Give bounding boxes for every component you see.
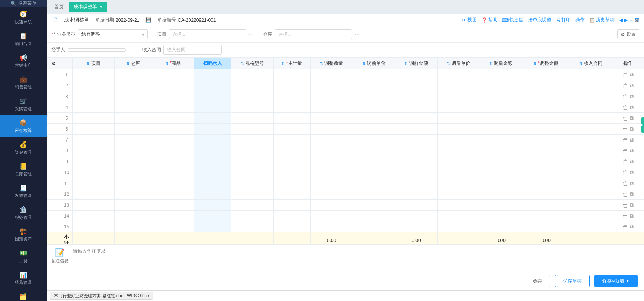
row-income-cell[interactable]: [570, 145, 612, 156]
row-after-price-cell[interactable]: [438, 221, 480, 232]
row-qty-cell[interactable]: [310, 80, 353, 91]
warehouse-dots[interactable]: ···: [355, 31, 360, 38]
handler-select[interactable]: [68, 48, 126, 52]
income-contract-dots[interactable]: ···: [224, 47, 229, 54]
sidebar-item-quick-nav[interactable]: 🧭 快速导航: [0, 7, 47, 28]
col-header-qty[interactable]: ⇅ 调整数量: [310, 58, 353, 69]
row-adjust-amount-cell[interactable]: [522, 189, 570, 200]
row-spec-cell[interactable]: [231, 113, 274, 124]
row-income-cell[interactable]: [570, 221, 612, 232]
row-unit-cell[interactable]: [274, 124, 310, 135]
nav-next-btn[interactable]: ▶: [624, 17, 628, 23]
row-project-cell[interactable]: [73, 167, 115, 178]
row-delete-btn[interactable]: 🗑: [623, 180, 628, 187]
row-qty-cell[interactable]: [310, 91, 353, 102]
col-header-before-price[interactable]: ⇅ 调前单价: [353, 58, 395, 69]
tab-cost-adjust[interactable]: 成本调整单 ✕: [69, 2, 107, 12]
row-copy-btn[interactable]: ⧉: [630, 213, 634, 219]
row-delete-btn[interactable]: 🗑: [623, 170, 628, 176]
sidebar-item-ops-mgmt[interactable]: 📊 经营管理: [0, 267, 47, 289]
sidebar-item-invoice-mgmt[interactable]: 🧾 发票管理: [0, 180, 47, 202]
row-after-price-cell[interactable]: [438, 167, 480, 178]
tab-close-btn[interactable]: ✕: [99, 5, 102, 9]
row-scan-cell[interactable]: [194, 69, 231, 80]
sidebar-item-basic-info[interactable]: 🗂️ 基础信息: [0, 289, 47, 301]
row-spec-cell[interactable]: [231, 145, 274, 156]
row-copy-btn[interactable]: ⧉: [630, 126, 634, 132]
row-income-cell[interactable]: [570, 69, 612, 80]
save-icon[interactable]: 💾: [145, 17, 151, 23]
row-delete-btn[interactable]: 🗑: [623, 159, 628, 165]
row-after-amount-cell[interactable]: [480, 124, 522, 135]
row-before-price-cell[interactable]: [353, 124, 395, 135]
col-header-after-amount[interactable]: ⇅ 调后金额: [480, 58, 522, 69]
row-after-amount-cell[interactable]: [480, 80, 522, 91]
row-project-cell[interactable]: [73, 178, 115, 189]
row-warehouse-cell[interactable]: [115, 80, 152, 91]
row-delete-btn[interactable]: 🗑: [623, 148, 628, 154]
business-type-select[interactable]: 结存调整 ▾: [78, 29, 148, 39]
row-spec-cell[interactable]: [231, 124, 274, 135]
row-adjust-amount-cell[interactable]: [522, 211, 570, 221]
row-income-cell[interactable]: [570, 178, 612, 189]
row-scan-cell[interactable]: [194, 113, 231, 124]
row-adjust-amount-cell[interactable]: [522, 135, 570, 145]
row-scan-cell[interactable]: [194, 167, 231, 178]
sidebar-item-ledger-mgmt[interactable]: 📒 总账管理: [0, 159, 47, 180]
row-project-cell[interactable]: [73, 69, 115, 80]
row-income-cell[interactable]: [570, 80, 612, 91]
view-btn[interactable]: 👁 视图: [462, 17, 477, 23]
row-before-price-cell[interactable]: [353, 178, 395, 189]
row-spec-cell[interactable]: [231, 135, 274, 145]
notes-input[interactable]: [73, 248, 639, 259]
row-scan-cell[interactable]: [194, 135, 231, 145]
row-delete-btn[interactable]: 🗑: [623, 202, 628, 208]
row-copy-btn[interactable]: ⧉: [630, 82, 634, 89]
row-after-price-cell[interactable]: [438, 156, 480, 167]
row-before-amount-cell[interactable]: [395, 80, 437, 91]
row-project-cell[interactable]: [73, 91, 115, 102]
row-adjust-amount-cell[interactable]: [522, 145, 570, 156]
row-project-cell[interactable]: [73, 80, 115, 91]
row-unit-cell[interactable]: [274, 178, 310, 189]
row-copy-btn[interactable]: ⧉: [630, 104, 634, 111]
row-product-cell[interactable]: [152, 113, 194, 124]
row-before-price-cell[interactable]: [353, 113, 395, 124]
row-product-cell[interactable]: [152, 178, 194, 189]
row-adjust-amount-cell[interactable]: [522, 178, 570, 189]
row-qty-cell[interactable]: [310, 156, 353, 167]
project-select[interactable]: 选择...: [169, 29, 246, 39]
row-before-price-cell[interactable]: [353, 69, 395, 80]
row-unit-cell[interactable]: [274, 69, 310, 80]
row-scan-cell[interactable]: [194, 102, 231, 113]
row-after-price-cell[interactable]: [438, 200, 480, 211]
row-warehouse-cell[interactable]: [115, 135, 152, 145]
nav-prev-btn[interactable]: ◀: [619, 17, 623, 23]
row-project-cell[interactable]: [73, 102, 115, 113]
row-product-cell[interactable]: [152, 189, 194, 200]
row-qty-cell[interactable]: [310, 135, 353, 145]
row-after-amount-cell[interactable]: [480, 156, 522, 167]
row-before-price-cell[interactable]: [353, 145, 395, 156]
row-qty-cell[interactable]: [310, 102, 353, 113]
row-qty-cell[interactable]: [310, 124, 353, 135]
row-scan-cell[interactable]: [194, 91, 231, 102]
window-close-btn[interactable]: ✕: [634, 17, 639, 24]
row-copy-btn[interactable]: ⧉: [630, 158, 634, 165]
row-qty-cell[interactable]: [310, 189, 353, 200]
row-scan-cell[interactable]: [194, 124, 231, 135]
row-unit-cell[interactable]: [274, 135, 310, 145]
row-delete-btn[interactable]: 🗑: [623, 104, 628, 111]
row-warehouse-cell[interactable]: [115, 156, 152, 167]
row-after-price-cell[interactable]: [438, 189, 480, 200]
row-delete-btn[interactable]: 🗑: [623, 191, 628, 197]
row-after-amount-cell[interactable]: [480, 145, 522, 156]
row-delete-btn[interactable]: 🗑: [623, 115, 628, 121]
row-delete-btn[interactable]: 🗑: [623, 137, 628, 143]
row-product-cell[interactable]: [152, 145, 194, 156]
row-after-amount-cell[interactable]: [480, 102, 522, 113]
col-header-before-amount[interactable]: ⇅ 调前金额: [395, 58, 437, 69]
row-product-cell[interactable]: [152, 80, 194, 91]
row-warehouse-cell[interactable]: [115, 102, 152, 113]
row-before-amount-cell[interactable]: [395, 156, 437, 167]
